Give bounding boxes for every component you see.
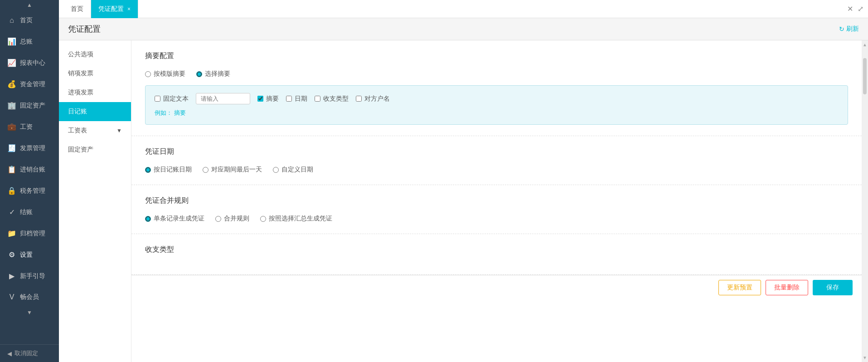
sidebar-item-label: 结账 [20,208,33,216]
radio-select-label[interactable]: 选择摘要 [196,70,230,78]
chevron-down-icon: ▼ [116,127,122,134]
checkbox-income-type-label[interactable]: 收支类型 [315,95,349,103]
sidebar-bottom-label: 取消固定 [15,349,38,357]
closing-icon: ✓ [7,208,16,216]
nav-item-payroll-table[interactable]: 工资表 ▼ [59,121,131,140]
nav-item-sales[interactable]: 销项发票 [59,64,131,83]
vip-icon: V [7,293,16,301]
close-window-button[interactable]: ✕ [847,5,853,13]
radio-period-last[interactable] [203,167,209,173]
nav-item-fixed-assets[interactable]: 固定资产 [59,140,131,159]
checkbox-date-label[interactable]: 日期 [286,95,307,103]
radio-custom-date[interactable] [273,167,279,173]
sidebar-unpin[interactable]: ◀ 取消固定 [0,344,59,362]
sidebar-item-tax-mgmt[interactable]: 🔒 税务管理 [0,180,59,201]
radio-single-label[interactable]: 单条记录生成凭证 [145,215,204,223]
radio-merge[interactable] [215,216,221,222]
nav-item-journal[interactable]: 日记账 [59,102,131,121]
right-scrollbar[interactable]: ▲ ▼ [862,40,868,362]
radio-journal-date[interactable] [145,167,151,173]
sidebar-item-home[interactable]: ⌂ 首页 [0,10,59,31]
sidebar-item-vip[interactable]: V 畅会员 [0,287,59,308]
sidebar-item-settings[interactable]: ⚙ 设置 [0,244,59,265]
tab-close-icon[interactable]: × [127,6,131,12]
sidebar-item-closing[interactable]: ✓ 结账 [0,201,59,223]
save-button[interactable]: 保存 [813,280,853,295]
tax-icon: 🔒 [7,186,16,195]
nav-item-label: 固定资产 [68,146,93,154]
income-expense-title: 收支类型 [145,245,848,254]
scroll-up-arrow[interactable]: ▲ [863,40,867,49]
summary-example: 例如： 摘要 [155,109,839,117]
radio-template[interactable] [145,71,151,77]
radio-select-text: 选择摘要 [205,70,230,78]
sidebar-item-payroll[interactable]: 💼 工资 [0,116,59,137]
radio-merge-text: 合并规则 [224,215,249,223]
checkbox-summary-label[interactable]: 摘要 [257,95,279,103]
radio-journal-date-label[interactable]: 按日记账日期 [145,166,192,174]
radio-single[interactable] [145,216,151,222]
refresh-icon: ↻ [839,25,844,33]
tab-bar: 首页 凭证配置 × ✕ ⤢ [59,0,868,18]
sidebar-scroll-down[interactable]: ▼ [0,308,59,318]
radio-merge-label[interactable]: 合并规则 [215,215,249,223]
radio-summary-gen[interactable] [260,216,266,222]
sidebar-item-ledger[interactable]: 📊 总账 [0,31,59,52]
sidebar-item-funds[interactable]: 💰 资金管理 [0,73,59,95]
tab-voucher[interactable]: 凭证配置 × [91,0,138,18]
sidebar-scroll-up[interactable]: ▲ [0,0,59,10]
nav-item-label: 销项发票 [68,69,93,78]
left-nav: 公共选项 销项发票 进项发票 日记账 工资表 ▼ 固定资产 [59,40,131,362]
batch-delete-button[interactable]: 批量删除 [766,280,808,295]
sidebar-item-label: 资金管理 [20,80,45,88]
sidebar-item-label: 进销台账 [20,166,45,174]
checkbox-income-type[interactable] [315,96,320,102]
sidebar-item-purchase-sales[interactable]: 📋 进销台账 [0,159,59,180]
radio-summary-gen-label[interactable]: 按照选择汇总生成凭证 [260,215,332,223]
nav-item-purchase[interactable]: 进项发票 [59,83,131,102]
maximize-window-button[interactable]: ⤢ [858,5,863,13]
example-label: 例如： [155,109,172,116]
checkbox-income-type-text: 收支类型 [323,95,349,103]
radio-period-last-label[interactable]: 对应期间最后一天 [203,166,262,174]
purchase-sales-icon: 📋 [7,165,16,174]
update-preview-button[interactable]: 更新预置 [718,280,761,295]
fixed-text-input[interactable] [196,93,250,104]
nav-item-label: 日记账 [68,108,87,116]
scroll-down-arrow[interactable]: ▼ [863,353,867,362]
checkbox-date[interactable] [286,96,292,102]
checkbox-fixed-text-label[interactable]: 固定文本 [155,95,189,103]
checkbox-counterpart[interactable] [356,96,362,102]
sidebar-item-reports[interactable]: 📈 报表中心 [0,52,59,73]
tab-bar-right: ✕ ⤢ [847,5,863,13]
refresh-button[interactable]: ↻ 刷新 [839,25,859,33]
summary-box: 固定文本 摘要 日期 [145,85,848,125]
nav-item-label: 工资表 [68,127,87,135]
tab-home-label: 首页 [71,5,83,13]
sidebar-item-guide[interactable]: ▶ 新手引导 [0,265,59,287]
radio-select[interactable] [196,71,202,77]
sidebar-item-label: 税务管理 [20,187,45,195]
reports-icon: 📈 [7,59,16,67]
tab-home[interactable]: 首页 [63,0,91,18]
sidebar-item-invoice-mgmt[interactable]: 🧾 发票管理 [0,137,59,159]
archive-icon: 📁 [7,229,16,238]
checkbox-counterpart-label[interactable]: 对方户名 [356,95,390,103]
scroll-thumb[interactable] [863,58,867,94]
radio-template-label[interactable]: 按模版摘要 [145,70,185,78]
pin-icon: ◀ [7,350,12,357]
nav-item-public[interactable]: 公共选项 [59,45,131,64]
checkbox-summary[interactable] [257,96,263,102]
sidebar-item-label: 工资 [20,123,33,131]
checkbox-fixed-text[interactable] [155,96,160,102]
radio-template-text: 按模版摘要 [154,70,185,78]
radio-custom-date-label[interactable]: 自定义日期 [273,166,313,174]
checkbox-fixed-text-label-text: 固定文本 [163,95,189,103]
sidebar-item-label: 总账 [20,38,33,46]
summary-box-row: 固定文本 摘要 日期 [155,93,839,104]
sidebar-item-archive[interactable]: 📁 归档管理 [0,223,59,244]
summary-radio-group: 按模版摘要 选择摘要 [145,70,848,78]
sidebar-item-fixed-assets[interactable]: 🏢 固定资产 [0,95,59,116]
radio-custom-date-text: 自定义日期 [281,166,313,174]
radio-journal-date-text: 按日记账日期 [154,166,192,174]
